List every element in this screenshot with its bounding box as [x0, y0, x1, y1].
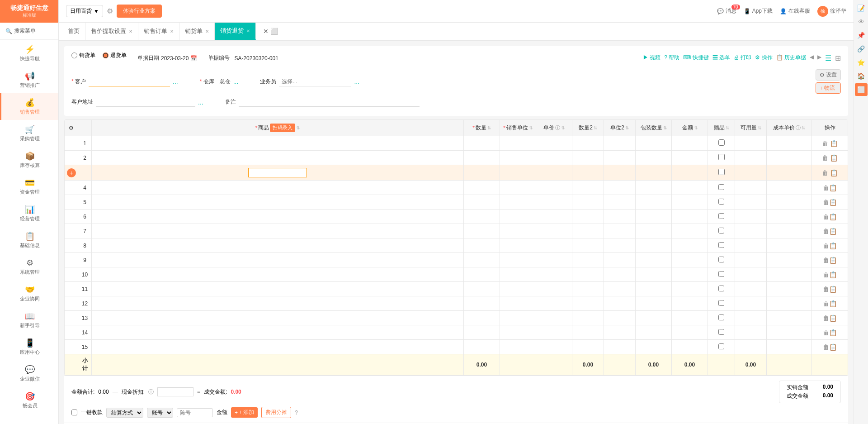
- history-toolbar-item[interactable]: 📋 历史单据: [776, 54, 806, 62]
- row-copy-btn[interactable]: 📋: [829, 199, 837, 206]
- row-delete-btn[interactable]: 🗑: [823, 257, 829, 264]
- sort-icon[interactable]: ⇅: [802, 125, 805, 130]
- row-delete-btn[interactable]: 🗑: [822, 169, 828, 176]
- prev-history-btn[interactable]: ◀: [810, 54, 814, 62]
- sort-icon[interactable]: ⇅: [694, 125, 698, 130]
- address-ellipsis[interactable]: ...: [198, 99, 203, 106]
- row-delete-btn[interactable]: 🗑: [823, 286, 829, 293]
- row-avail-cell[interactable]: [735, 151, 767, 165]
- row-qty2-cell[interactable]: [572, 151, 604, 165]
- sidebar-right-btn-6[interactable]: 🏠: [855, 70, 868, 82]
- th-gear[interactable]: ⚙: [65, 120, 78, 136]
- scan-btn[interactable]: 扫码录入: [270, 124, 295, 132]
- select-toolbar-item[interactable]: ☰ 选单: [712, 54, 730, 62]
- row-gift-cell[interactable]: [708, 165, 735, 181]
- row-price-cell[interactable]: [536, 136, 572, 151]
- sidebar-right-btn-3[interactable]: 📌: [855, 29, 868, 42]
- note-input[interactable]: [239, 97, 420, 107]
- row-copy-btn[interactable]: 📋: [830, 140, 838, 147]
- user-menu[interactable]: 徐 徐泽华: [817, 6, 846, 17]
- sidebar-item-marketing[interactable]: 📢 营销推广: [0, 67, 58, 93]
- row-avail-cell[interactable]: [735, 165, 767, 181]
- gear-icon[interactable]: ⚙: [107, 7, 113, 15]
- salesman-ellipsis[interactable]: ...: [354, 78, 359, 85]
- online-service-btn[interactable]: 👤 在线客服: [780, 7, 810, 15]
- row-amount-cell[interactable]: [672, 136, 708, 151]
- search-menu-btn[interactable]: 🔍 搜索菜单: [4, 25, 55, 37]
- sidebar-search[interactable]: 🔍 搜索菜单: [0, 23, 58, 40]
- row-copy-btn[interactable]: 📋: [829, 286, 837, 293]
- sidebar-item-inventory[interactable]: 📦 库存核算: [0, 147, 58, 173]
- row-copy-btn[interactable]: 📋: [830, 169, 838, 176]
- row-copy-btn[interactable]: 📋: [830, 154, 838, 162]
- close-icon[interactable]: ✕: [170, 29, 174, 34]
- sort-icon[interactable]: ⇅: [561, 125, 565, 130]
- row-qty-cell[interactable]: [464, 136, 500, 151]
- cost-info-icon[interactable]: ⓘ: [796, 124, 801, 131]
- row-copy-btn[interactable]: 📋: [829, 242, 837, 249]
- sort-icon[interactable]: ⇅: [594, 125, 597, 130]
- sidebar-item-basics[interactable]: 📋 基础信息: [0, 227, 58, 253]
- sort-icon[interactable]: ⇅: [663, 125, 667, 130]
- tab-price-extract[interactable]: 售价提取设置 ✕: [85, 23, 138, 40]
- product-input[interactable]: [248, 168, 307, 177]
- sort-icon[interactable]: ⇅: [487, 125, 491, 130]
- help-toolbar-item[interactable]: ? 帮助: [664, 54, 679, 62]
- operate-toolbar-item[interactable]: ⚙ 操作: [755, 54, 772, 62]
- row-copy-btn[interactable]: 📋: [829, 228, 837, 235]
- sidebar-right-btn-5[interactable]: ⭐: [855, 56, 868, 69]
- row-unit-cell[interactable]: [500, 165, 536, 181]
- sidebar-item-collab[interactable]: 🤝 企业协同: [0, 280, 58, 307]
- row-product-active-cell[interactable]: [92, 165, 464, 181]
- print-toolbar-item[interactable]: 🖨 打印: [734, 54, 751, 62]
- row-product-cell[interactable]: [92, 151, 464, 165]
- row-amount-cell[interactable]: [672, 151, 708, 165]
- row-pack-cell[interactable]: [636, 151, 672, 165]
- message-btn[interactable]: 💬 消息 70: [717, 7, 736, 15]
- sidebar-right-btn-2[interactable]: 👁: [855, 15, 868, 28]
- sidebar-item-finance[interactable]: 💳 资金管理: [0, 173, 58, 200]
- sidebar-right-btn-1[interactable]: 📝: [855, 2, 868, 14]
- radio-sales-bill[interactable]: 销货单: [71, 52, 95, 59]
- row-qty-cell[interactable]: [464, 165, 500, 181]
- close-icon[interactable]: ✕: [129, 29, 132, 34]
- sidebar-item-wechat[interactable]: 💬 企业微信: [0, 360, 58, 387]
- customer-input[interactable]: [89, 77, 170, 86]
- tab-sales-return[interactable]: 销货退货 ✕: [215, 23, 256, 40]
- row-cost-cell[interactable]: [767, 136, 812, 151]
- row-delete-btn[interactable]: 🗑: [823, 199, 829, 206]
- industry-select[interactable]: 日用百货 ▼: [66, 5, 103, 17]
- row-copy-btn[interactable]: 📋: [829, 213, 837, 220]
- salesman-input[interactable]: [279, 77, 351, 86]
- sidebar-item-sales[interactable]: 💰 销售管理: [0, 93, 58, 120]
- sort-icon[interactable]: ⇅: [296, 125, 300, 130]
- row-pack-cell[interactable]: [636, 136, 672, 151]
- row-copy-btn[interactable]: 📋: [829, 314, 837, 322]
- sidebar-item-guide[interactable]: 📖 新手引导: [0, 307, 58, 333]
- shortcut-toolbar-item[interactable]: ⌨ 快捷键: [683, 54, 708, 62]
- account-select[interactable]: 账号: [147, 408, 173, 418]
- row-delete-btn[interactable]: 🗑: [822, 154, 828, 162]
- sidebar-right-btn-4[interactable]: 🔗: [855, 43, 868, 55]
- row-delete-btn[interactable]: 🗑: [822, 140, 828, 147]
- quick-pay-checkbox[interactable]: [71, 410, 77, 415]
- row-unit2-cell[interactable]: [604, 151, 636, 165]
- sidebar-right-btn-7[interactable]: ⬜: [855, 83, 868, 96]
- row-price-cell[interactable]: [536, 151, 572, 165]
- setting-btn[interactable]: ⚙ 设置: [816, 69, 841, 81]
- close-icon[interactable]: ✕: [205, 29, 209, 34]
- row-price-cell[interactable]: [536, 165, 572, 181]
- sidebar-item-system[interactable]: ⚙ 系统管理: [0, 253, 58, 280]
- sidebar-item-operations[interactable]: 📊 经营管理: [0, 200, 58, 227]
- add-row-btn[interactable]: +: [67, 168, 76, 177]
- row-unit-cell[interactable]: [500, 151, 536, 165]
- row-delete-btn[interactable]: 🗑: [823, 300, 829, 307]
- sort-icon[interactable]: ⇅: [625, 125, 629, 130]
- row-copy-btn[interactable]: 📋: [829, 300, 837, 307]
- fee-split-btn[interactable]: 费用分摊: [261, 407, 291, 418]
- app-download-btn[interactable]: 📱 App下载: [744, 7, 773, 15]
- row-qty2-cell[interactable]: [572, 136, 604, 151]
- addlog-btn[interactable]: + 物流: [816, 82, 841, 94]
- row-delete-btn[interactable]: 🗑: [823, 271, 829, 278]
- warehouse-ellipsis[interactable]: ...: [233, 78, 239, 85]
